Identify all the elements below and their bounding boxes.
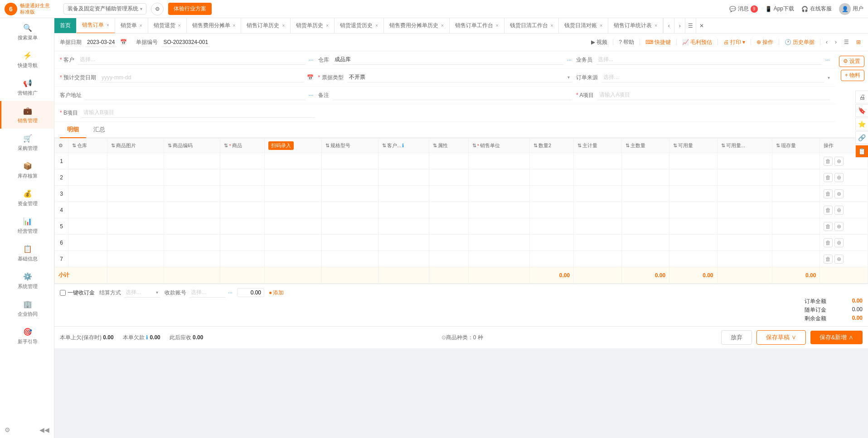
- one-click-checkbox-input[interactable]: [60, 290, 66, 296]
- amount-input[interactable]: [237, 288, 264, 297]
- row-1-available[interactable]: [669, 153, 717, 169]
- delivery-date-input[interactable]: yyyy-mm-dd: [100, 72, 303, 82]
- warehouse-more-btn[interactable]: ···: [567, 57, 572, 63]
- preview-button[interactable]: ▶ 视频: [589, 39, 609, 46]
- copy-btn[interactable]: ⊕: [834, 222, 844, 231]
- help-button[interactable]: ? 帮助: [617, 39, 636, 46]
- row-1-attribute[interactable]: [429, 153, 468, 169]
- salesperson-more-btn[interactable]: ···: [825, 57, 830, 63]
- history-button[interactable]: 🕐 历史单据: [783, 39, 816, 46]
- tab-order-workbench[interactable]: 销售订单工作台 ×: [450, 18, 504, 34]
- row-1-warehouse[interactable]: [68, 153, 107, 169]
- row-1-customer-code[interactable]: [378, 153, 429, 169]
- delivery-calendar-icon[interactable]: 📅: [307, 74, 314, 81]
- save-draft-button[interactable]: 保存草稿 ∨: [756, 330, 806, 345]
- app-download-button[interactable]: 📱 App下载: [765, 5, 794, 13]
- receipt-account-select[interactable]: 选择...: [189, 288, 225, 298]
- operation-button[interactable]: ⊕ 操作: [755, 39, 775, 46]
- row-1-spec[interactable]: [322, 153, 378, 169]
- profit-button[interactable]: 📈 毛利预估: [680, 39, 714, 46]
- copy-btn[interactable]: ⊕: [834, 238, 844, 247]
- copy-btn[interactable]: ⊕: [834, 173, 844, 182]
- row-1-main-uom[interactable]: [574, 153, 621, 169]
- a-project-input[interactable]: 请输入A项目: [597, 90, 829, 100]
- sidebar-item-nav[interactable]: ⚡ 快捷导航: [0, 46, 54, 73]
- tab-return-history[interactable]: 销货退货历史 ×: [335, 18, 384, 34]
- sidebar-item-sales[interactable]: 💼 销售管理: [0, 101, 54, 129]
- tab-daily-workbench[interactable]: 钱货日清工作台 ×: [504, 18, 559, 34]
- customer-addr-more-btn[interactable]: ···: [309, 92, 314, 98]
- delete-btn[interactable]: 🗑: [824, 173, 833, 182]
- shortcut-button[interactable]: ⌨ 快捷键: [644, 39, 673, 46]
- system-name-selector[interactable]: 装备及固定资产辅助管理系统 ▾: [63, 3, 146, 14]
- float-bookmark-icon[interactable]: 🔖: [855, 104, 868, 117]
- message-button[interactable]: 💬 消息 9: [729, 5, 758, 13]
- tab-close-icon[interactable]: ×: [655, 23, 657, 28]
- tab-close-icon[interactable]: ×: [375, 23, 378, 28]
- customer-addr-input[interactable]: [85, 90, 305, 100]
- tab-sales-return[interactable]: 销货退货 ×: [148, 18, 187, 34]
- tab-scroll-right[interactable]: ›: [674, 18, 685, 34]
- tab-close-icon[interactable]: ×: [496, 23, 499, 28]
- tab-close-icon[interactable]: ×: [551, 23, 553, 28]
- trial-button[interactable]: 体验行业方案: [168, 3, 212, 15]
- sidebar-item-basic[interactable]: 📋 基础信息: [0, 239, 54, 267]
- online-service-button[interactable]: 🎧 在线客服: [801, 5, 832, 13]
- settings-icon[interactable]: ⚙: [58, 143, 63, 148]
- discard-button[interactable]: 放弃: [721, 330, 752, 345]
- row-1-code[interactable]: [164, 153, 220, 169]
- warehouse-value[interactable]: 成品库: [333, 55, 564, 65]
- print-button[interactable]: 🖨 打印 ▾: [722, 39, 747, 46]
- system-settings-button[interactable]: ⚙: [151, 3, 164, 15]
- sidebar-collapse-icon[interactable]: ◀◀: [39, 426, 49, 433]
- row-1-main-qty[interactable]: [621, 153, 669, 169]
- table-scroll-container[interactable]: ⚙ ⇅ 仓库 ⇅: [54, 138, 868, 284]
- sidebar-item-inventory[interactable]: 📦 库存核算: [0, 156, 54, 184]
- sidebar-item-operation[interactable]: 📊 经营管理: [0, 212, 54, 239]
- receipt-more-btn[interactable]: ···: [228, 289, 233, 296]
- tab-close-icon[interactable]: ×: [140, 23, 142, 28]
- tab-close-icon[interactable]: ×: [441, 23, 444, 28]
- settings-button[interactable]: ⚙ 设置: [839, 56, 864, 67]
- note-input[interactable]: [333, 90, 572, 100]
- tab-sales-order[interactable]: 销售订单 ×: [77, 18, 115, 34]
- row-1-unit[interactable]: [468, 153, 529, 169]
- float-link-icon[interactable]: 🔗: [855, 131, 868, 144]
- delete-btn[interactable]: 🗑: [824, 206, 833, 215]
- float-print-icon[interactable]: 🖨: [855, 91, 868, 103]
- new-record-btn[interactable]: ⊞: [854, 39, 863, 45]
- row-1-available2[interactable]: [717, 153, 772, 169]
- order-source-input[interactable]: 选择...: [601, 72, 824, 82]
- float-form-icon[interactable]: 📋: [855, 145, 868, 158]
- tab-daily-reconcile[interactable]: 钱货日清对账 ×: [559, 18, 608, 34]
- delete-btn[interactable]: 🗑: [824, 189, 833, 198]
- delete-btn[interactable]: 🗑: [824, 255, 833, 264]
- customer-input[interactable]: 选择...: [78, 55, 305, 65]
- tab-summary[interactable]: 汇总: [86, 122, 112, 138]
- copy-btn[interactable]: ⊕: [834, 206, 844, 215]
- sidebar-item-enterprise[interactable]: 🏢 企业协同: [0, 294, 54, 322]
- tab-close-icon[interactable]: ×: [326, 23, 329, 28]
- save-new-button[interactable]: 保存&新增 ∧: [810, 331, 863, 344]
- tab-sales-expense[interactable]: 销售费用分摊单 ×: [187, 18, 242, 34]
- next-record-btn[interactable]: ›: [833, 39, 839, 45]
- tab-sales-order-history[interactable]: 销售订单历史 ×: [241, 18, 291, 34]
- scan-input-btn[interactable]: 扫码录入: [268, 141, 294, 150]
- delete-btn[interactable]: 🗑: [824, 222, 833, 231]
- b-project-input[interactable]: 请输入B项目: [82, 108, 315, 118]
- float-star-icon[interactable]: ⭐: [855, 118, 868, 130]
- row-1-qty2[interactable]: [530, 153, 574, 169]
- sidebar-item-marketing[interactable]: 📢 营销推广: [0, 73, 54, 101]
- tab-order-stats[interactable]: 销售订单统计表 ×: [608, 18, 663, 34]
- sidebar-item-system[interactable]: ⚙️ 系统管理: [0, 267, 54, 294]
- sidebar-item-purchase[interactable]: 🛒 采购管理: [0, 129, 54, 156]
- date-value[interactable]: 2023-03-24: [85, 37, 116, 47]
- user-menu[interactable]: 👤 用户: [839, 3, 863, 15]
- settlement-select[interactable]: 选择... ▾: [124, 288, 160, 298]
- tab-close-icon[interactable]: ×: [107, 23, 109, 28]
- delete-btn[interactable]: 🗑: [824, 238, 833, 247]
- salesperson-input[interactable]: 选择...: [596, 55, 822, 65]
- tab-scroll-left[interactable]: ‹: [663, 18, 674, 34]
- sidebar-settings-icon[interactable]: ⚙: [5, 426, 10, 433]
- tab-invoice-history[interactable]: 销货单历史 ×: [291, 18, 335, 34]
